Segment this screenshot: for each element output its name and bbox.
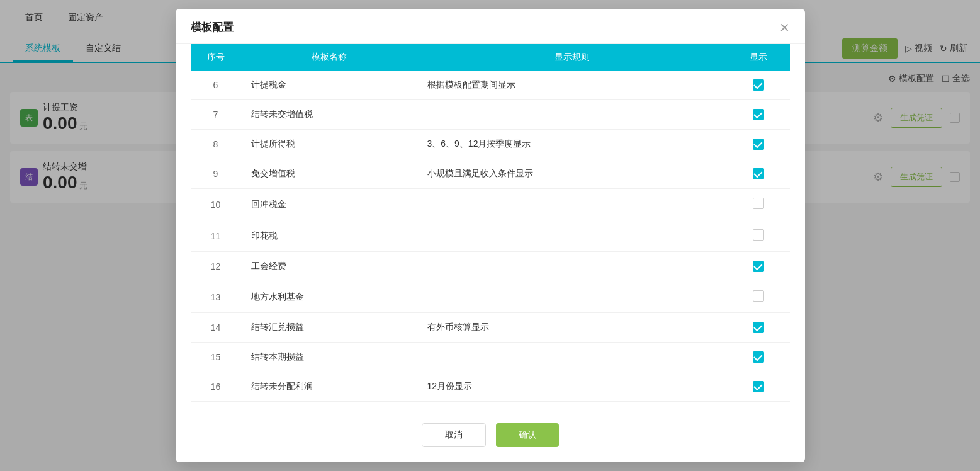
cell-index-0: 6	[191, 71, 241, 100]
cell-rule-9	[417, 343, 727, 372]
cancel-button[interactable]: 取消	[422, 423, 486, 447]
table-row: 15结转本期损益	[191, 343, 790, 372]
checkbox-row-6[interactable]	[753, 261, 764, 272]
table-row: 11印花税	[191, 220, 790, 252]
cell-name-4: 回冲税金	[241, 189, 417, 220]
cell-index-7: 13	[191, 281, 241, 313]
cell-rule-1	[417, 100, 727, 130]
checkbox-row-7[interactable]	[753, 290, 764, 302]
cell-name-2: 计提所得税	[241, 130, 417, 159]
checkbox-row-8[interactable]	[753, 322, 764, 333]
cell-check-4	[727, 189, 790, 220]
cell-check-10	[727, 372, 790, 402]
table-row: 8计提所得税3、6、9、12月按季度显示	[191, 130, 790, 159]
checkbox-row-4[interactable]	[753, 198, 764, 209]
cell-check-3	[727, 159, 790, 189]
cell-index-10: 16	[191, 372, 241, 402]
checkbox-row-0[interactable]	[753, 79, 764, 91]
cell-index-5: 11	[191, 220, 241, 252]
cell-rule-8: 有外币核算显示	[417, 313, 727, 343]
col-name: 模板名称	[241, 44, 417, 71]
cell-rule-6	[417, 252, 727, 281]
cell-check-1	[727, 100, 790, 130]
cell-rule-4	[417, 189, 727, 220]
checkbox-row-5[interactable]	[753, 229, 764, 241]
table-body: 6计提税金根据模板配置期间显示7结转未交增值税8计提所得税3、6、9、12月按季…	[191, 71, 790, 402]
cell-index-4: 10	[191, 189, 241, 220]
cell-name-7: 地方水利基金	[241, 281, 417, 313]
cell-name-1: 结转未交增值税	[241, 100, 417, 130]
cell-name-8: 结转汇兑损益	[241, 313, 417, 343]
cell-rule-7	[417, 281, 727, 313]
modal-title: 模板配置	[191, 20, 234, 35]
table-row: 9免交增值税小规模且满足收入条件显示	[191, 159, 790, 189]
checkbox-row-2[interactable]	[753, 139, 764, 150]
col-index: 序号	[191, 44, 241, 71]
cell-check-7	[727, 281, 790, 313]
cell-name-3: 免交增值税	[241, 159, 417, 189]
col-display: 显示	[727, 44, 790, 71]
col-rule: 显示规则	[417, 44, 727, 71]
table-row: 13地方水利基金	[191, 281, 790, 313]
cell-check-9	[727, 343, 790, 372]
cell-rule-2: 3、6、9、12月按季度显示	[417, 130, 727, 159]
cell-rule-10: 12月份显示	[417, 372, 727, 402]
cell-index-3: 9	[191, 159, 241, 189]
checkbox-row-1[interactable]	[753, 109, 764, 120]
cell-name-6: 工会经费	[241, 252, 417, 281]
cell-check-6	[727, 252, 790, 281]
cell-rule-3: 小规模且满足收入条件显示	[417, 159, 727, 189]
cell-index-6: 12	[191, 252, 241, 281]
cell-name-9: 结转本期损益	[241, 343, 417, 372]
cell-rule-5	[417, 220, 727, 252]
cell-index-8: 14	[191, 313, 241, 343]
modal-overlay: 模板配置 ✕ 序号 模板名称 显示规则 显示 6计提税金根据模板配置期间显示7结…	[0, 0, 980, 471]
modal-close-button[interactable]: ✕	[779, 21, 790, 34]
table-header: 序号 模板名称 显示规则 显示	[191, 44, 790, 71]
modal-header: 模板配置 ✕	[176, 9, 805, 44]
cell-rule-0: 根据模板配置期间显示	[417, 71, 727, 100]
cell-index-2: 8	[191, 130, 241, 159]
cell-name-0: 计提税金	[241, 71, 417, 100]
modal-footer: 取消 确认	[176, 413, 805, 462]
table-row: 10回冲税金	[191, 189, 790, 220]
cell-check-5	[727, 220, 790, 252]
table-row: 16结转未分配利润12月份显示	[191, 372, 790, 402]
table-row: 7结转未交增值税	[191, 100, 790, 130]
table-row: 14结转汇兑损益有外币核算显示	[191, 313, 790, 343]
cell-check-2	[727, 130, 790, 159]
cell-index-1: 7	[191, 100, 241, 130]
cell-check-0	[727, 71, 790, 100]
cell-name-10: 结转未分配利润	[241, 372, 417, 402]
table-row: 6计提税金根据模板配置期间显示	[191, 71, 790, 100]
modal-body: 序号 模板名称 显示规则 显示 6计提税金根据模板配置期间显示7结转未交增值税8…	[176, 44, 805, 413]
confirm-button[interactable]: 确认	[496, 423, 559, 447]
table-row: 12工会经费	[191, 252, 790, 281]
checkbox-row-10[interactable]	[753, 381, 764, 392]
cell-check-8	[727, 313, 790, 343]
checkbox-row-3[interactable]	[753, 168, 764, 179]
cell-name-5: 印花税	[241, 220, 417, 252]
checkbox-row-9[interactable]	[753, 351, 764, 363]
config-table: 序号 模板名称 显示规则 显示 6计提税金根据模板配置期间显示7结转未交增值税8…	[191, 44, 790, 402]
modal-template-config: 模板配置 ✕ 序号 模板名称 显示规则 显示 6计提税金根据模板配置期间显示7结…	[176, 9, 805, 462]
cell-index-9: 15	[191, 343, 241, 372]
